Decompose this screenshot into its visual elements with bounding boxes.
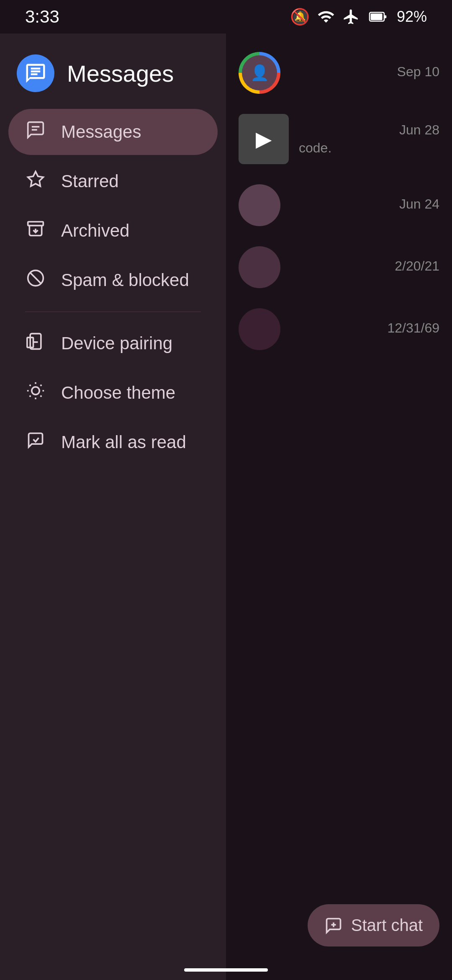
airplane-icon	[342, 8, 360, 26]
mark-all-read-icon	[25, 431, 46, 454]
conv-date: 12/31/69	[290, 320, 439, 336]
svg-rect-5	[31, 68, 41, 70]
avatar	[239, 246, 280, 288]
video-thumbnail: ▶	[239, 114, 289, 164]
nav-starred-label: Starred	[61, 171, 119, 191]
nav-list: Messages Starred	[0, 109, 226, 980]
avatar-inner: 👤	[242, 55, 277, 90]
svg-rect-3	[31, 70, 41, 72]
conversation-item[interactable]: ▶ Jun 28 code.	[226, 104, 452, 174]
choose-theme-icon	[25, 382, 46, 404]
conv-content: Jun 24	[290, 196, 439, 214]
app-title: Messages	[67, 60, 174, 87]
wifi-icon	[317, 8, 335, 26]
start-chat-icon	[324, 916, 343, 935]
nav-item-device-pairing[interactable]: Device pairing	[8, 320, 218, 366]
battery-icon	[367, 8, 389, 26]
messages-logo-icon	[24, 62, 47, 85]
conversation-item[interactable]: 12/31/69	[226, 298, 452, 360]
svg-line-12	[30, 273, 41, 284]
conversation-item[interactable]: 2/20/21	[226, 236, 452, 298]
nav-item-messages[interactable]: Messages	[8, 109, 218, 155]
device-pairing-icon	[25, 332, 46, 355]
nav-mark-all-read-label: Mark all as read	[61, 432, 186, 452]
status-time: 3:33	[25, 7, 59, 27]
play-icon: ▶	[256, 127, 272, 151]
nav-item-archived[interactable]: Archived	[8, 208, 218, 254]
nav-item-starred[interactable]: Starred	[8, 158, 218, 204]
conv-date: 2/20/21	[290, 258, 439, 274]
conv-content: 12/31/69	[290, 320, 439, 338]
nav-spam-label: Spam & blocked	[61, 270, 189, 290]
avatar	[239, 184, 280, 226]
status-icons: 🔕 92%	[290, 8, 427, 26]
start-chat-button[interactable]: Start chat	[308, 904, 439, 946]
start-chat-label: Start chat	[351, 916, 423, 935]
conv-content: Jun 28 code.	[299, 122, 439, 156]
home-indicator	[184, 968, 268, 972]
nav-messages-label: Messages	[61, 122, 141, 142]
mute-icon: 🔕	[290, 8, 310, 26]
messages-icon	[25, 121, 46, 143]
conv-preview: code.	[299, 140, 439, 156]
avatar	[239, 308, 280, 350]
conv-date: Jun 24	[290, 196, 439, 212]
nav-item-mark-all-read[interactable]: Mark all as read	[8, 419, 218, 465]
right-panel: 👤 Sep 10 ▶ Jun 28 code.	[226, 34, 452, 980]
nav-choose-theme-label: Choose theme	[61, 383, 175, 403]
conv-date: Jun 28	[299, 122, 439, 138]
avatar: 👤	[239, 52, 280, 94]
nav-device-pairing-label: Device pairing	[61, 333, 172, 353]
conversation-item[interactable]: Jun 24	[226, 174, 452, 236]
battery-percentage: 92%	[397, 8, 427, 26]
svg-rect-1	[371, 13, 383, 20]
archived-icon	[25, 219, 46, 242]
conversation-item[interactable]: 👤 Sep 10	[226, 42, 452, 104]
svg-marker-8	[28, 172, 44, 186]
conv-content: Sep 10	[290, 64, 439, 82]
svg-point-16	[32, 387, 39, 395]
svg-rect-2	[384, 15, 386, 18]
nav-item-choose-theme[interactable]: Choose theme	[8, 370, 218, 416]
spam-icon	[25, 269, 46, 291]
svg-rect-9	[28, 222, 44, 226]
nav-divider	[25, 312, 201, 312]
nav-item-spam[interactable]: Spam & blocked	[8, 257, 218, 303]
conversation-list: 👤 Sep 10 ▶ Jun 28 code.	[226, 34, 452, 369]
conv-date: Sep 10	[290, 64, 439, 80]
conv-content: 2/20/21	[290, 258, 439, 276]
nav-archived-label: Archived	[61, 221, 129, 241]
status-bar: 3:33 🔕 92%	[0, 0, 452, 34]
starred-icon	[25, 170, 46, 193]
drawer-header: Messages	[0, 46, 226, 109]
main-container: Messages Messages	[0, 34, 452, 980]
app-logo	[17, 54, 54, 92]
navigation-drawer: Messages Messages	[0, 34, 226, 980]
svg-rect-4	[31, 73, 38, 75]
